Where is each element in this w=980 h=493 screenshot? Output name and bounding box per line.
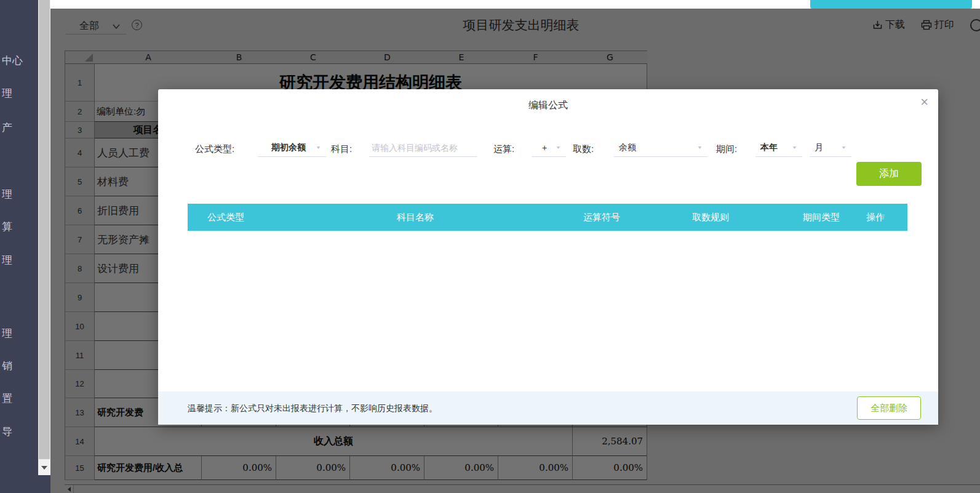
th-operator: 运算符号 — [583, 204, 620, 231]
modal-footer: 温馨提示：新公式只对未出报表进行计算，不影响历史报表数据。 全部删除 — [158, 391, 938, 425]
sidebar-item-manage-1[interactable]: 理 — [2, 86, 38, 100]
period-year-select[interactable]: 本年 ▼ — [755, 138, 802, 157]
fetch-rule-label: 取数: — [573, 143, 594, 155]
chevron-down-icon: ▼ — [316, 145, 321, 150]
main-area: 全部 ? 项目研发支出明细表 下载 — [50, 0, 980, 493]
period-month-value: 月 — [815, 142, 823, 153]
formula-table-header: 公式类型 科目名称 运算符号 取数规则 期间类型 操作 — [188, 204, 907, 231]
operator-select[interactable]: + ▼ — [532, 138, 566, 157]
chevron-down-icon: ▼ — [556, 145, 561, 150]
period-label: 期间: — [716, 143, 737, 155]
th-action: 操作 — [866, 204, 885, 231]
close-icon[interactable]: × — [920, 95, 928, 109]
formula-type-select[interactable]: 期初余额 ▼ — [258, 138, 326, 157]
sidebar-item-manage-4[interactable]: 理 — [2, 326, 38, 340]
modal-title: 编辑公式 — [158, 99, 938, 112]
operator-value: + — [542, 143, 547, 153]
edit-formula-modal: 编辑公式 × 公式类型: 期初余额 ▼ 科目: 运算: + ▼ 取数: 余额 ▼… — [158, 89, 938, 425]
th-subject-name: 科目名称 — [397, 204, 434, 231]
sidebar-item-calc[interactable]: 算 — [2, 220, 38, 234]
sidebar: 中心 理 产 理 算 理 理 销 置 导 — [0, 0, 38, 493]
sidebar-scrollbar — [38, 0, 50, 493]
delete-all-button[interactable]: 全部删除 — [857, 396, 921, 420]
formula-type-label: 公式类型: — [195, 143, 234, 155]
sidebar-item-manage-2[interactable]: 理 — [2, 187, 38, 201]
app-root: 中心 理 产 理 算 理 理 销 置 导 全部 — [0, 0, 980, 493]
chevron-down-icon: ▼ — [841, 145, 847, 150]
subject-input[interactable] — [369, 138, 477, 157]
sidebar-scroll-down-button[interactable] — [38, 460, 50, 475]
fetch-rule-select[interactable]: 余额 ▼ — [614, 138, 707, 157]
th-period-type: 期间类型 — [803, 204, 840, 231]
sidebar-item-sales[interactable]: 销 — [2, 359, 38, 373]
th-fetch-rule: 取数规则 — [692, 204, 729, 231]
top-strip — [50, 0, 980, 9]
subject-label: 科目: — [331, 143, 352, 155]
sidebar-item-center[interactable]: 中心 — [2, 54, 38, 68]
operator-label: 运算: — [493, 143, 514, 155]
period-year-value: 本年 — [760, 142, 778, 153]
hint-text: 温馨提示：新公式只对未出报表进行计算，不影响历史报表数据。 — [188, 391, 437, 425]
sidebar-scrollbar-thumb[interactable] — [39, 0, 50, 459]
add-button[interactable]: 添加 — [856, 162, 922, 186]
sidebar-item-guide[interactable]: 导 — [2, 425, 38, 439]
fetch-rule-value: 余额 — [619, 142, 636, 153]
formula-type-value: 期初余额 — [271, 142, 306, 153]
top-cyan-button[interactable] — [810, 0, 972, 9]
sidebar-item-settings[interactable]: 置 — [2, 391, 38, 406]
period-month-select[interactable]: 月 ▼ — [810, 138, 851, 157]
scroll-down-arrow-icon — [41, 466, 47, 470]
chevron-down-icon: ▼ — [792, 145, 797, 150]
th-formula-type: 公式类型 — [207, 204, 244, 231]
sidebar-item-manage-3[interactable]: 理 — [2, 253, 38, 267]
chevron-down-icon: ▼ — [697, 145, 703, 150]
sidebar-item-assets[interactable]: 产 — [2, 121, 38, 135]
